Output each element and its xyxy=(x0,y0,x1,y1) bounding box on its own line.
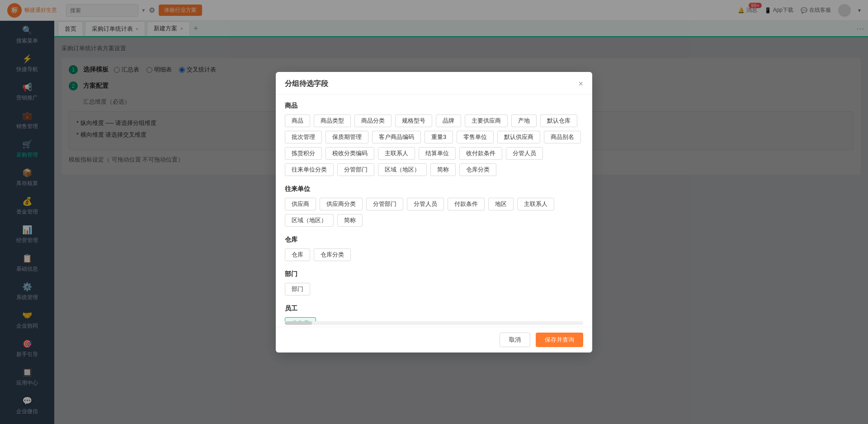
field-tag-partner-分管部门[interactable]: 分管部门 xyxy=(366,198,403,210)
field-tag-partner-简称[interactable]: 简称 xyxy=(337,214,363,227)
section-warehouse: 仓库 仓库 仓库分类 xyxy=(285,236,583,261)
section-department-title: 部门 xyxy=(285,270,583,278)
field-tag-product-税收分类编码[interactable]: 税收分类编码 xyxy=(326,147,374,160)
section-partner-title: 往来单位 xyxy=(285,185,583,193)
section-employee-tags: 业务员 xyxy=(285,317,583,321)
field-select-modal: 分组待选字段 × 商品 商品 商品类型 商品分类 规格型号 品牌 主要供应商 产… xyxy=(276,72,592,353)
modal-hscroll-area xyxy=(276,321,592,327)
modal-header: 分组待选字段 × xyxy=(276,72,592,95)
field-tag-product-商品类型[interactable]: 商品类型 xyxy=(314,114,351,127)
field-tag-product-区域地区[interactable]: 区域（地区） xyxy=(378,163,427,176)
section-warehouse-title: 仓库 xyxy=(285,236,583,244)
field-tag-product-仓库分类[interactable]: 仓库分类 xyxy=(459,163,496,176)
field-tag-product-默认供应商[interactable]: 默认供应商 xyxy=(497,131,540,143)
field-tag-partner-区域地区[interactable]: 区域（地区） xyxy=(285,214,334,227)
section-product-title: 商品 xyxy=(285,102,583,110)
hscroll-track[interactable] xyxy=(285,321,583,325)
field-tag-product-分管部门[interactable]: 分管部门 xyxy=(337,163,374,176)
field-tag-partner-分管人员[interactable]: 分管人员 xyxy=(407,198,444,210)
modal-body[interactable]: 商品 商品 商品类型 商品分类 规格型号 品牌 主要供应商 产地 默认仓库 批次… xyxy=(276,95,592,321)
section-employee-title: 员工 xyxy=(285,305,583,313)
field-tag-product-往来单位分类[interactable]: 往来单位分类 xyxy=(285,163,334,176)
field-tag-partner-供应商[interactable]: 供应商 xyxy=(285,198,316,210)
field-tag-department-部门[interactable]: 部门 xyxy=(285,283,310,295)
section-product: 商品 商品 商品类型 商品分类 规格型号 品牌 主要供应商 产地 默认仓库 批次… xyxy=(285,102,583,176)
section-warehouse-tags: 仓库 仓库分类 xyxy=(285,248,583,261)
section-partner: 往来单位 供应商 供应商分类 分管部门 分管人员 付款条件 地区 主联系人 区域… xyxy=(285,185,583,227)
field-tag-product-简称[interactable]: 简称 xyxy=(430,163,456,176)
field-tag-product-零售单位[interactable]: 零售单位 xyxy=(457,131,494,143)
field-tag-product-拣货积分[interactable]: 拣货积分 xyxy=(285,147,322,160)
modal-overlay: 分组待选字段 × 商品 商品 商品类型 商品分类 规格型号 品牌 主要供应商 产… xyxy=(0,0,868,424)
field-tag-product-商品别名[interactable]: 商品别名 xyxy=(544,131,581,143)
field-tag-warehouse-仓库分类[interactable]: 仓库分类 xyxy=(314,248,351,261)
field-tag-product-结算单位[interactable]: 结算单位 xyxy=(419,147,456,160)
field-tag-partner-付款条件[interactable]: 付款条件 xyxy=(448,198,485,210)
modal-close-button[interactable]: × xyxy=(578,79,583,89)
field-tag-product-商品分类[interactable]: 商品分类 xyxy=(354,114,392,127)
field-tag-partner-主联系人[interactable]: 主联系人 xyxy=(517,198,554,210)
modal-cancel-button[interactable]: 取消 xyxy=(500,333,530,347)
field-tag-product-商品[interactable]: 商品 xyxy=(285,114,310,127)
section-employee: 员工 业务员 xyxy=(285,305,583,321)
field-tag-partner-供应商分类[interactable]: 供应商分类 xyxy=(320,198,363,210)
hscroll-thumb xyxy=(285,321,312,325)
field-tag-product-主联系人[interactable]: 主联系人 xyxy=(378,147,415,160)
modal-title: 分组待选字段 xyxy=(285,79,328,89)
field-tag-product-客户商品编码[interactable]: 客户商品编码 xyxy=(372,131,421,143)
field-tag-product-收付款条件[interactable]: 收付款条件 xyxy=(459,147,502,160)
field-tag-partner-地区[interactable]: 地区 xyxy=(488,198,514,210)
modal-save-button[interactable]: 保存并查询 xyxy=(536,333,583,347)
field-tag-product-默认仓库[interactable]: 默认仓库 xyxy=(540,114,577,127)
section-department: 部门 部门 xyxy=(285,270,583,295)
field-tag-employee-业务员[interactable]: 业务员 xyxy=(285,317,316,321)
field-tag-product-主要供应商[interactable]: 主要供应商 xyxy=(465,114,508,127)
field-tag-product-品牌[interactable]: 品牌 xyxy=(436,114,461,127)
field-tag-product-产地[interactable]: 产地 xyxy=(511,114,537,127)
field-tag-warehouse-仓库[interactable]: 仓库 xyxy=(285,248,310,261)
field-tag-product-分管人员[interactable]: 分管人员 xyxy=(506,147,543,160)
section-partner-tags: 供应商 供应商分类 分管部门 分管人员 付款条件 地区 主联系人 区域（地区） … xyxy=(285,198,583,227)
section-product-tags: 商品 商品类型 商品分类 规格型号 品牌 主要供应商 产地 默认仓库 批次管理 … xyxy=(285,114,583,176)
section-department-tags: 部门 xyxy=(285,283,583,295)
field-tag-product-保质期管理[interactable]: 保质期管理 xyxy=(326,131,368,143)
field-tag-product-规格型号[interactable]: 规格型号 xyxy=(395,114,432,127)
field-tag-product-批次管理[interactable]: 批次管理 xyxy=(285,131,322,143)
field-tag-product-重量3[interactable]: 重量3 xyxy=(425,131,453,143)
modal-footer: 取消 保存并查询 xyxy=(276,327,592,353)
